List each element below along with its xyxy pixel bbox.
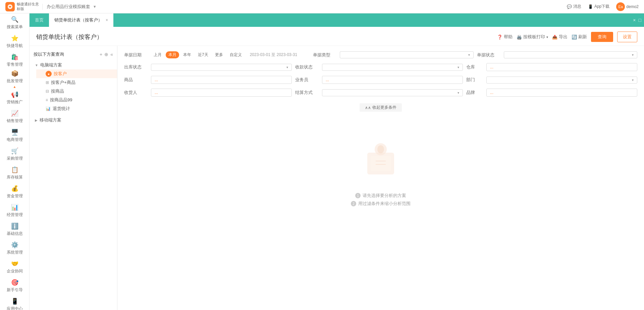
- query-button[interactable]: 查询: [591, 32, 613, 42]
- receipt-select[interactable]: ▾: [322, 64, 463, 71]
- recipient-select[interactable]: ...: [151, 89, 292, 97]
- sidebar-item-marketing[interactable]: 📢 营销推广: [0, 89, 29, 107]
- date-tab-more[interactable]: 更多: [212, 51, 226, 58]
- tree-desktop-section[interactable]: ▼ 电脑端方案: [30, 61, 117, 69]
- date-tab-this-month[interactable]: 本月: [166, 51, 179, 58]
- add-scheme-button[interactable]: +: [100, 52, 102, 57]
- tab-home[interactable]: 首页: [30, 13, 49, 27]
- doc-type-select[interactable]: ▾: [340, 51, 473, 58]
- department-dropdown-icon: ▾: [632, 78, 634, 82]
- tree-item-by-customer[interactable]: ● 按客户: [36, 69, 117, 78]
- sidebar-item-ecom-mgmt[interactable]: 🖥️ 电商管理: [0, 126, 29, 145]
- help-button[interactable]: ❓ 帮助: [497, 34, 513, 40]
- tab-maximize-button[interactable]: □: [639, 17, 641, 23]
- date-tab-custom[interactable]: 自定义: [227, 51, 245, 58]
- doc-type-label: 单据类型: [313, 52, 340, 58]
- tip2-text: 用过滤条件来缩小分析范围: [358, 201, 411, 207]
- tree-item-by-customer-product[interactable]: ⊞ 按客户+商品: [36, 78, 117, 87]
- tip2-num: 2: [351, 201, 356, 206]
- date-tab-last-7-days[interactable]: 近7天: [195, 51, 211, 58]
- date-tab-last-month[interactable]: 上月: [151, 51, 164, 58]
- panel-collapse-button[interactable]: «: [110, 52, 113, 57]
- refresh-icon: 🔄: [572, 35, 577, 40]
- mobile-expand-icon: ▶: [35, 118, 38, 122]
- warehouse-label: 仓库: [466, 64, 486, 70]
- collab-icon: 🤝: [11, 260, 18, 267]
- sidebar-item-finance[interactable]: 💰 资金管理: [0, 183, 29, 201]
- department-label: 部门: [466, 77, 486, 83]
- template-print-button[interactable]: 🖨️ 按模板打印 ▾: [517, 34, 548, 40]
- warehouse-select[interactable]: ...: [486, 63, 637, 71]
- sidebar-item-enterprise-collab[interactable]: 🤝 企业协同: [0, 258, 29, 276]
- tree-item-by-product[interactable]: ⊟ 按商品: [36, 87, 117, 96]
- dropdown-icon[interactable]: ▾: [94, 4, 96, 9]
- tab-close-button[interactable]: ×: [106, 18, 108, 22]
- settings-button[interactable]: 设置: [617, 32, 637, 42]
- outbound-label: 出库状态: [124, 64, 151, 70]
- tab-minimize-button[interactable]: ×: [633, 17, 636, 23]
- sidebar-item-app-center[interactable]: 📱 应用中心: [0, 295, 29, 310]
- tree-item-return-stats[interactable]: 📊 退货统计: [36, 104, 117, 113]
- operations-icon: 📊: [11, 204, 18, 211]
- print-dropdown-icon[interactable]: ▾: [546, 35, 548, 39]
- tip2: 2 用过滤条件来缩小分析范围: [351, 201, 411, 207]
- new-user-icon: 🎯: [11, 279, 18, 286]
- tab-active[interactable]: 销货单统计表（按客户） ×: [49, 13, 113, 27]
- panel-header: 按以下方案查询 + ⊕ «: [30, 49, 117, 61]
- sidebar-item-wholesale-mgmt[interactable]: 📦 批发管理 ▲: [0, 70, 29, 89]
- settlement-label: 结算方式: [295, 90, 322, 96]
- date-tabs: 上月 本月 本年 近7天 更多 自定义: [151, 51, 245, 58]
- collapse-button[interactable]: ∧∧ 收起更多条件: [360, 103, 402, 112]
- user-menu[interactable]: Ea demo2: [616, 2, 639, 11]
- help-icon: ❓: [497, 35, 502, 40]
- page-title: 销货单统计表（按客户）: [36, 33, 103, 41]
- department-select[interactable]: ▾: [486, 76, 637, 84]
- logo-icon: [5, 2, 15, 11]
- sidebar-item-search-menu[interactable]: 🔍 搜索菜单: [0, 13, 29, 32]
- brand-select[interactable]: ...: [486, 89, 637, 97]
- sidebar-item-system-mgmt[interactable]: ⚙️ 系统管理: [0, 239, 29, 258]
- product-label: 商品: [124, 77, 151, 83]
- settlement-select[interactable]: ▾: [322, 89, 463, 96]
- sidebar-item-basic-info[interactable]: ℹ️ 基础信息: [0, 220, 29, 239]
- app-center-icon: 📱: [11, 298, 18, 305]
- sidebar-item-inventory[interactable]: 📋 库存核算: [0, 164, 29, 183]
- sidebar-item-purchase-mgmt[interactable]: 🛒 采购管理: [0, 145, 29, 164]
- refresh-button[interactable]: 🔄 刷新: [572, 34, 587, 40]
- finance-icon: 💰: [11, 185, 18, 192]
- message-icon: 💬: [567, 4, 572, 9]
- expand-icon: ▼: [35, 63, 38, 67]
- tree-mobile-section[interactable]: ▶ 移动端方案: [30, 116, 117, 124]
- salesperson-select[interactable]: ...: [322, 76, 463, 84]
- date-label: 单据日期: [124, 52, 151, 58]
- message-button[interactable]: 💬 消息: [567, 4, 581, 9]
- bar-chart-icon: 📊: [46, 106, 51, 111]
- doc-status-select[interactable]: ▾: [504, 51, 637, 58]
- scheme-settings-button[interactable]: ⊕: [104, 52, 108, 57]
- page-header: 销货单统计表（按客户） ❓ 帮助 🖨️ 按模板打印 ▾ 📤: [30, 27, 644, 46]
- sidebar-item-quick-nav[interactable]: ⭐ 快捷导航: [0, 32, 29, 51]
- sidebar-item-sales-mgmt[interactable]: 📈 销售管理: [0, 107, 29, 126]
- collapse-up-icon: ∧∧: [365, 105, 371, 110]
- inventory-icon: 📋: [11, 166, 18, 173]
- date-tab-this-year[interactable]: 本年: [180, 51, 194, 58]
- list-icon: ≡: [46, 98, 48, 102]
- product-select[interactable]: ...: [151, 76, 292, 84]
- sidebar-item-operations[interactable]: 📊 经营管理: [0, 201, 29, 220]
- export-button[interactable]: 📤 导出: [552, 34, 568, 40]
- outbound-select[interactable]: ▾: [151, 64, 292, 71]
- sidebar-item-retail-mgmt[interactable]: 🛍️ 零售管理: [0, 51, 29, 70]
- retail-icon: 🛍️: [11, 53, 18, 61]
- settlement-dropdown-icon: ▾: [458, 91, 459, 95]
- tree-item-by-product-99[interactable]: ≡ 按商品品99: [36, 96, 117, 104]
- receipt-label: 收款状态: [295, 64, 322, 70]
- sidebar-item-new-user[interactable]: 🎯 新手引导: [0, 276, 29, 295]
- app-subtitle: 办公用品行业模拟账套: [42, 4, 90, 10]
- app-download-button[interactable]: 📱 App下载: [588, 4, 609, 9]
- doc-status-label: 单据状态: [477, 52, 504, 58]
- print-icon: 🖨️: [517, 35, 522, 40]
- avatar: Ea: [616, 2, 625, 11]
- doc-status-dropdown-icon: ▾: [632, 53, 634, 57]
- grid-icon: ⊟: [46, 89, 49, 94]
- system-icon: ⚙️: [11, 241, 18, 249]
